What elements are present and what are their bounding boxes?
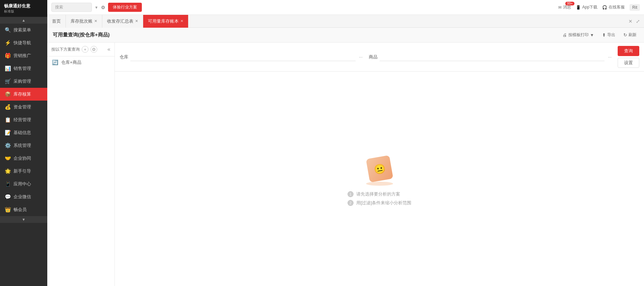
sidebar-item-system[interactable]: ⚙️ 系统管理 (0, 139, 47, 152)
empty-hints: 1 请先选择要分析的方案 2 用[过滤]条件来缩小分析范围 (347, 191, 411, 206)
box-face: 😐 (372, 162, 386, 175)
sidebar-item-finance[interactable]: 💰 资金管理 (0, 101, 47, 113)
goods-input[interactable] (380, 53, 605, 61)
app-download-label: App下载 (582, 4, 597, 10)
sidebar-item-label: 应用中心 (14, 181, 31, 187)
header-gear-icon[interactable]: ⚙ (101, 5, 105, 10)
filter-panel: 按以下方案查询 + ⚙ « 🔄 仓库+商品 (47, 43, 115, 286)
hint-text-1: 请先选择要分析的方案 (356, 191, 400, 197)
sidebar-item-label: 经营管理 (14, 117, 31, 123)
settings-button[interactable]: 设置 (618, 58, 639, 68)
export-icon: ⬆ (602, 32, 606, 37)
sidebar-item-label: 企业微信 (14, 194, 31, 200)
industry-solution-button[interactable]: 体验行业方案 (108, 3, 142, 12)
online-service-label: 在线客服 (609, 4, 625, 10)
crown-icon: 👑 (5, 207, 11, 213)
filter-item-warehouse-goods[interactable]: 🔄 仓库+商品 (47, 56, 114, 69)
goods-field: 商品 ··· (369, 53, 613, 61)
tab-home-label: 首页 (52, 18, 61, 24)
business-icon: 📋 (5, 117, 11, 123)
warehouse-field: 仓库 ··· (120, 53, 364, 61)
online-service-button[interactable]: 🎧 在线客服 (602, 4, 625, 10)
export-button[interactable]: ⬆ 导出 (600, 31, 617, 39)
star-icon: 🌟 (5, 168, 11, 174)
filter-item-label: 仓库+商品 (61, 59, 81, 66)
sidebar-item-inventory[interactable]: 📦 库存核算 (0, 88, 47, 101)
app-download-button[interactable]: 📱 App下载 (576, 4, 597, 10)
tab-bar: 首页 库存批次账 ✕ 收发存汇总表 ✕ 可用量库存账本 ✕ ✕ ⤢ (47, 15, 644, 28)
sidebar-item-label: 库存核算 (14, 91, 31, 97)
sidebar-item-purchase[interactable]: 🛒 采购管理 (0, 75, 47, 88)
tab-close-icon[interactable]: ✕ (135, 19, 138, 23)
sidebar-item-label: 新手引导 (14, 168, 31, 174)
print-template-label: 按模板打印 (568, 32, 589, 38)
tab-batch-ledger[interactable]: 库存批次账 ✕ (66, 15, 102, 28)
goods-more-icon[interactable]: ··· (607, 54, 613, 60)
filter-header: 按以下方案查询 + ⚙ « (47, 43, 114, 56)
sidebar-item-label: 快捷导航 (14, 40, 31, 46)
sidebar-item-guide[interactable]: 🌟 新手引导 (0, 165, 47, 178)
sidebar-item-cooperation[interactable]: 🤝 企业协同 (0, 152, 47, 165)
message-icon: ✉ (558, 5, 562, 10)
sidebar-item-business[interactable]: 📋 经营管理 (0, 113, 47, 126)
sidebar-item-app-center[interactable]: 📱 应用中心 (0, 178, 47, 190)
tab-available-ledger-label: 可用量库存账本 (148, 18, 179, 24)
filter-settings-button[interactable]: ⚙ (91, 46, 97, 53)
empty-box: 😐 (366, 155, 393, 182)
tab-close-icon[interactable]: ✕ (94, 19, 97, 23)
tab-right-actions: ✕ ⤢ (624, 19, 644, 24)
sidebar-item-label: 销售管理 (14, 66, 31, 72)
tab-stock-summary-label: 收发存汇总表 (107, 18, 133, 24)
sidebar-item-marketing[interactable]: 🎁 营销推广 (0, 49, 47, 62)
dropdown-icon[interactable]: ▼ (95, 5, 98, 9)
refresh-icon: ↻ (623, 32, 627, 37)
content-area: 按以下方案查询 + ⚙ « 🔄 仓库+商品 仓库 ··· (47, 43, 644, 286)
sidebar-item-basic-info[interactable]: 📝 基础信息 (0, 126, 47, 139)
tab-home[interactable]: 首页 (47, 15, 66, 28)
sidebar-item-vip[interactable]: 👑 畅会员 (0, 203, 47, 216)
sidebar-item-sales[interactable]: 📊 销售管理 (0, 62, 47, 75)
empty-shadow (366, 182, 393, 186)
header-right: ✉ 消息 99+ 📱 App下载 🎧 在线客服 Rit (558, 4, 640, 11)
tab-stock-summary[interactable]: 收发存汇总表 ✕ (102, 15, 143, 28)
chart-icon: 📊 (5, 66, 11, 72)
tab-available-ledger[interactable]: 可用量库存账本 ✕ (143, 15, 188, 28)
sidebar-item-label: 企业协同 (14, 155, 31, 161)
phone-icon: 📱 (576, 5, 581, 10)
refresh-label: 刷新 (628, 32, 637, 38)
filter-collapse-icon[interactable]: « (107, 46, 110, 52)
print-template-button[interactable]: 🖨 按模板打印 ▼ (561, 31, 596, 39)
main-panel: 仓库 ··· 商品 ··· 查询 设置 (115, 43, 644, 286)
query-bar: 仓库 ··· 商品 ··· 查询 设置 (115, 43, 644, 72)
sidebar-item-label: 采购管理 (14, 78, 31, 84)
empty-illustration: 😐 (363, 152, 396, 186)
shortcut-icon: ⚡ (5, 40, 11, 46)
sidebar-scroll-up[interactable]: ▲ (0, 17, 47, 24)
main-area: 搜索 ▼ ⚙ 体验行业方案 ✉ 消息 99+ 📱 App下载 🎧 在线客服 Ri… (47, 0, 644, 286)
tab-bar-close-icon[interactable]: ✕ (628, 19, 633, 24)
filter-header-left: 按以下方案查询 + ⚙ (51, 46, 97, 53)
filter-item-icon: 🔄 (52, 59, 58, 66)
sidebar: 畅康通好生意 标准版 ▲ 🔍 搜索菜单 ⚡ 快捷导航 🎁 营销推广 📊 销售管理… (0, 0, 47, 286)
query-actions: 查询 设置 (618, 46, 639, 68)
gear-icon: ⚙️ (5, 142, 11, 149)
sidebar-item-search[interactable]: 🔍 搜索菜单 (0, 24, 47, 36)
refresh-button[interactable]: ↻ 刷新 (621, 31, 639, 39)
sidebar-item-shortcut[interactable]: ⚡ 快捷导航 (0, 36, 47, 49)
empty-hint-2: 2 用[过滤]条件来缩小分析范围 (347, 200, 411, 206)
tab-bar-expand-icon[interactable]: ⤢ (636, 19, 640, 24)
filter-add-button[interactable]: + (82, 46, 88, 53)
warehouse-input[interactable] (130, 53, 356, 61)
warehouse-more-icon[interactable]: ··· (358, 54, 364, 60)
page-header: 可用量查询(按仓库+商品) 🖨 按模板打印 ▼ ⬆ 导出 ↻ 刷新 (47, 28, 644, 43)
sidebar-scroll-down[interactable]: ▼ (0, 216, 47, 223)
query-button[interactable]: 查询 (618, 46, 639, 56)
user-avatar[interactable]: Rit (629, 4, 640, 11)
page-actions: 🖨 按模板打印 ▼ ⬆ 导出 ↻ 刷新 (561, 31, 639, 39)
search-icon: 🔍 (5, 27, 11, 33)
header-search-box[interactable]: 搜索 (51, 3, 92, 12)
wechat-icon: 💬 (5, 194, 11, 200)
tab-close-active-icon[interactable]: ✕ (180, 19, 183, 23)
message-button[interactable]: ✉ 消息 99+ (558, 4, 571, 10)
sidebar-item-enterprise-wx[interactable]: 💬 企业微信 (0, 190, 47, 203)
